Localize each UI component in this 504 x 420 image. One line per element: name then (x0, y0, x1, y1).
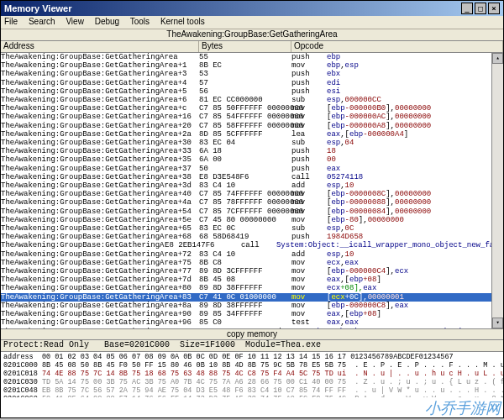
row-address: TheAwakening:GroupBase:GetGatheringArea+… (1, 207, 199, 216)
hex-row[interactable]: 0201C060 50 41 85 64 00 00 57 14 76 56 F… (3, 395, 501, 397)
row-opcode: moveax,[ebp+08] (291, 310, 503, 318)
row-opcode: mov[ebp-000000C4],ecx (291, 267, 503, 276)
disasm-row[interactable]: TheAwakening:GroupBase:GetGatheringArea+… (1, 233, 503, 241)
col-bytes[interactable]: Bytes (199, 41, 291, 52)
row-address: TheAwakening:GroupBase:GetGatheringArea+… (1, 250, 199, 259)
row-bytes: 83 EC 0C (199, 224, 291, 233)
col-address[interactable]: Address (1, 41, 199, 52)
disasm-row[interactable]: TheAwakening:GroupBase:GetGatheringArea+… (1, 241, 503, 249)
disasm-row[interactable]: TheAwakening:GroupBase:GetGatheringArea+… (1, 104, 503, 113)
disasm-row[interactable]: TheAwakening:GroupBase:GetGatheringArea+… (1, 207, 503, 216)
row-address: TheAwakening:GroupBase:GetGatheringArea+… (1, 233, 199, 241)
disasm-row[interactable]: TheAwakening:GroupBase:GetGatheringArea+… (1, 190, 503, 198)
row-address: TheAwakening:GroupBase:GetGatheringArea+… (1, 259, 199, 267)
row-address: TheAwakening:GroupBase:GetGatheringArea+… (1, 130, 199, 139)
menu-debug[interactable]: Debug (95, 17, 119, 26)
scroll-down-button[interactable]: ▾ (492, 318, 503, 328)
row-opcode: mov[ecx+0C],00000001 (291, 293, 503, 302)
maximize-button[interactable]: □ (475, 3, 486, 14)
row-bytes: 68 58D68419 (199, 233, 291, 241)
row-address: TheAwakening:GroupBase:GetGatheringArea+… (1, 328, 190, 329)
disasm-row[interactable]: TheAwakening:GroupBase:GetGatheringArea+… (1, 139, 503, 147)
row-opcode: pushedi (291, 79, 503, 87)
row-bytes: E8 D3E548F6 (199, 173, 291, 181)
row-opcode: call05274118 (291, 173, 503, 181)
disasm-row[interactable]: TheAwakening:GroupBase:GetGatheringArea+… (1, 293, 503, 302)
row-address: TheAwakening:GroupBase:GetGatheringArea+… (1, 267, 199, 276)
row-opcode: push1984D658 (291, 233, 503, 241)
titlebar[interactable]: Memory Viewer _ □ × (1, 1, 503, 16)
disasm-row[interactable]: TheAwakening:GroupBase:GetGatheringArea+… (1, 284, 503, 292)
disasm-row[interactable]: TheAwakening:GroupBase:GetGatheringArea+… (1, 79, 503, 87)
row-address: TheAwakening:GroupBase:GetGatheringArea+… (1, 139, 199, 147)
disasm-row[interactable]: TheAwakening:GroupBase:GetGatheringArea+… (1, 276, 503, 284)
disasm-row[interactable]: TheAwakening:GroupBase:GetGatheringArea+… (1, 173, 503, 181)
disasm-row[interactable]: TheAwakening:GroupBase:GetGatheringArea+… (1, 267, 503, 276)
disasm-row[interactable]: TheAwakening:GroupBase:GetGatheringArea+… (1, 259, 503, 267)
window-title: Memory Viewer (4, 3, 72, 13)
disasm-row[interactable]: TheAwakening:GroupBase:GetGatheringArea+… (1, 328, 503, 329)
row-address: TheAwakening:GroupBase:GetGatheringArea+… (1, 318, 199, 327)
disasm-row[interactable]: TheAwakening:GroupBase:GetGatheringArea+… (1, 96, 503, 104)
disasm-row[interactable]: TheAwakening:GroupBase:GetGatheringArea+… (1, 198, 503, 207)
hex-row[interactable]: 0201C048 EB 8B 75 7C 56 57 2A 75 94 AE 7… (3, 386, 501, 395)
menu-kernel-tools[interactable]: Kernel tools (160, 17, 205, 26)
hex-row[interactable]: 0201C018 74 4E 88 75 7C 14 8B 75 18 68 7… (3, 370, 501, 378)
row-opcode: mov[ebp-000000B0],00000000 (291, 104, 503, 113)
column-headers: Address Bytes Opcode (1, 41, 503, 53)
disasm-row[interactable]: TheAwakening:GroupBase:GetGatheringArea+… (1, 87, 503, 96)
disasm-row[interactable]: TheAwakening:GroupBase:GetGatheringArea+… (1, 61, 503, 70)
disassembly-list[interactable]: ▴ ▾ TheAwakening:GroupBase:GetGatheringA… (1, 53, 503, 328)
disasm-row[interactable]: TheAwakening:GroupBase:GetGatheringArea+… (1, 122, 503, 130)
row-bytes: E8 2EB147F6 (165, 241, 241, 249)
row-opcode: subesp,0C (291, 224, 503, 233)
menubar: File Search View Debug Tools Kernel tool… (1, 16, 503, 29)
disasm-row[interactable]: TheAwakening:GroupBase:GetGatheringArea5… (1, 53, 503, 61)
row-address: TheAwakening:GroupBase:GetGatheringArea+… (1, 79, 199, 87)
row-opcode: mov[ebp-00000088],00000000 (291, 198, 503, 207)
row-bytes: C7 45 80 00000000 (199, 216, 291, 224)
disasm-row[interactable]: TheAwakening:GroupBase:GetGatheringArea+… (1, 310, 503, 318)
menu-file[interactable]: File (4, 17, 18, 26)
menu-search[interactable]: Search (29, 17, 55, 26)
hex-dump[interactable]: address 00 01 02 03 04 05 06 07 08 09 0A… (1, 352, 503, 397)
scrollbar[interactable]: ▴ ▾ (491, 53, 503, 328)
row-bytes: 89 8D 38FFFFFF (199, 284, 291, 292)
disasm-row[interactable]: TheAwakening:GroupBase:GetGatheringArea+… (1, 130, 503, 139)
row-address: TheAwakening:GroupBase:GetGatheringArea+… (1, 122, 199, 130)
row-address: TheAwakening:GroupBase:GetGatheringArea+… (1, 96, 199, 104)
hex-row[interactable]: 0201C030 TD 5A 14 75 00 3B 75 AC 3B 75 A… (3, 378, 501, 386)
row-address: TheAwakening:GroupBase:GetGatheringArea+… (1, 70, 199, 78)
row-opcode: subesp,04 (291, 139, 503, 147)
row-bytes: 8B EC (199, 61, 291, 70)
row-opcode: movecx,eax (291, 259, 503, 267)
disasm-row[interactable]: TheAwakening:GroupBase:GetGatheringArea+… (1, 224, 503, 233)
menu-tools[interactable]: Tools (130, 17, 150, 26)
disasm-row[interactable]: TheAwakening:GroupBase:GetGatheringArea+… (1, 165, 503, 173)
disasm-row[interactable]: TheAwakening:GroupBase:GetGatheringArea+… (1, 250, 503, 259)
row-bytes: 53 (199, 70, 291, 78)
hex-row[interactable]: 0201C000 8B 45 08 50 8B 45 F0 50 FF 15 8… (3, 361, 501, 370)
copy-memory-button[interactable]: copy memory (1, 328, 503, 340)
disasm-row[interactable]: TheAwakening:GroupBase:GetGatheringArea+… (1, 113, 503, 121)
row-opcode: addesp,10 (291, 250, 503, 259)
row-opcode: subesp,000000CC (291, 96, 503, 104)
disasm-row[interactable]: TheAwakening:GroupBase:GetGatheringArea+… (1, 181, 503, 190)
status-bar: Protect:Read Only Base=0201C000 Size=1F1… (1, 340, 503, 352)
disasm-row[interactable]: TheAwakening:GroupBase:GetGatheringArea+… (1, 302, 503, 310)
scroll-up-button[interactable]: ▴ (492, 53, 503, 64)
close-button[interactable]: × (488, 3, 500, 14)
col-opcode[interactable]: Opcode (291, 41, 503, 52)
menu-view[interactable]: View (66, 17, 84, 26)
row-bytes: 57 (199, 79, 291, 87)
disasm-row[interactable]: TheAwakening:GroupBase:GetGatheringArea+… (1, 155, 503, 164)
row-bytes: C7 85 58FFFFFF 00000000 (199, 122, 291, 130)
row-address: TheAwakening:GroupBase:GetGatheringArea+… (1, 61, 199, 70)
disasm-row[interactable]: TheAwakening:GroupBase:GetGatheringArea+… (1, 70, 503, 78)
disasm-row[interactable]: TheAwakening:GroupBase:GetGatheringArea+… (1, 216, 503, 224)
disasm-row[interactable]: TheAwakening:GroupBase:GetGatheringArea+… (1, 318, 503, 327)
minimize-button[interactable]: _ (461, 3, 473, 14)
disasm-row[interactable]: TheAwakening:GroupBase:GetGatheringArea+… (1, 147, 503, 155)
row-bytes: 8D 85 5CFFFFFF (199, 130, 291, 139)
row-address: TheAwakening:GroupBase:GetGatheringArea+… (1, 241, 165, 249)
